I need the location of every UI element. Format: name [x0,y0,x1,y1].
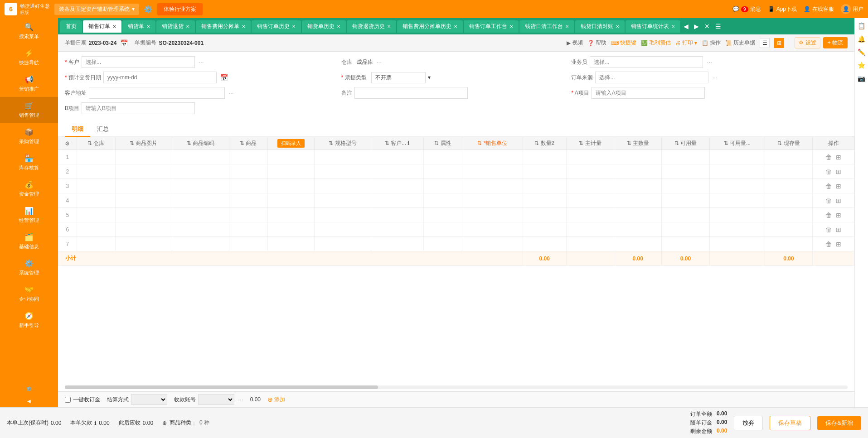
history-btn[interactable]: 📜 历史单据 [725,39,755,47]
tab-close-sales-refund[interactable]: ✕ [186,24,189,29]
row-mainunit-6[interactable] [566,222,614,237]
col-customer-code[interactable]: ⇅ 客户... ℹ [371,137,424,150]
row-mainqty-5[interactable] [614,208,662,222]
operation-btn[interactable]: 📋 操作 [702,39,721,47]
delete-row-6-btn[interactable]: 🗑 [824,226,833,233]
tab-menu-btn[interactable]: ☰ [713,22,723,31]
row-product-5[interactable] [229,208,267,222]
delete-row-3-btn[interactable]: 🗑 [824,183,833,190]
row-mainqty-2[interactable] [614,164,662,179]
profit-btn[interactable]: 💹 毛利预估 [641,39,671,47]
row-mainunit-3[interactable] [566,179,614,193]
row-code-5[interactable] [172,208,229,222]
delete-row-1-btn[interactable]: 🗑 [824,154,833,161]
tab-detail[interactable]: 明细 [65,122,90,137]
tab-sales-fee-split[interactable]: 销售费用分摊单 ✕ [196,20,251,33]
tab-cash-reconcile[interactable]: 钱货日清对账 ✕ [575,20,625,33]
tab-close-fee-history[interactable]: ✕ [454,24,457,29]
col-product[interactable]: ⇅ 商品 [229,137,267,150]
row-code-4[interactable] [172,193,229,208]
col-stock[interactable]: ⇅ 现存量 [765,137,812,150]
row-warehouse-3[interactable] [77,179,115,193]
row-custcode-4[interactable] [371,193,424,208]
shortcut-btn[interactable]: ⌨ 快捷键 [611,39,636,47]
delete-row-7-btn[interactable]: 🗑 [824,241,833,248]
col-available[interactable]: ⇅ 可用量 [662,137,709,150]
right-icon-5[interactable]: 📷 [856,73,867,84]
discard-button[interactable]: 放弃 [734,416,763,430]
tab-cash-workbench[interactable]: 钱货日清工作台 ✕ [519,20,574,33]
account-more-btn[interactable]: ··· [238,396,243,403]
row-attr-3[interactable] [424,179,462,193]
tab-close-sales-order[interactable]: ✕ [112,24,116,29]
row-code-6[interactable] [172,222,229,237]
print-btn[interactable]: 🖨 打印 ▾ [675,39,697,47]
tab-next-btn[interactable]: ▶ [692,22,701,31]
col-main-unit[interactable]: ⇅ 主计量 [566,137,614,150]
row-unit-2[interactable] [462,164,523,179]
app-download-btn[interactable]: 📱 App下载 [768,5,797,13]
row-mainunit-5[interactable] [566,208,614,222]
row-unit-4[interactable] [462,193,523,208]
row-code-2[interactable] [172,164,229,179]
save-draft-button[interactable]: 保存草稿 [770,416,810,430]
row-spec-2[interactable] [314,164,371,179]
row-qty2-4[interactable] [523,193,566,208]
delete-row-4-btn[interactable]: 🗑 [824,197,833,204]
row-product-4[interactable] [229,193,267,208]
row-code-1[interactable] [172,150,229,164]
copy-row-6-btn[interactable]: ⊞ [834,226,843,233]
row-spec-6[interactable] [314,222,371,237]
row-attr-2[interactable] [424,164,462,179]
list-view-btn[interactable]: ☰ [760,38,770,48]
online-service-btn[interactable]: 👤 在线客服 [804,5,834,13]
tab-refund-history[interactable]: 销货退货历史 ✕ [347,20,396,33]
row-warehouse-4[interactable] [77,193,115,208]
settings-button[interactable]: ⚙ 设置 [795,37,820,48]
add-item-btn[interactable]: ⊕ 添加 [267,396,285,404]
address-more-btn[interactable]: ··· [228,89,234,96]
sidebar-item-search[interactable]: 🔍 搜索菜单 [0,18,58,44]
row-product-2[interactable] [229,164,267,179]
right-icon-1[interactable]: 📋 [856,20,867,31]
row-mainunit-2[interactable] [566,164,614,179]
row-unit-1[interactable] [462,150,523,164]
row-attr-5[interactable] [424,208,462,222]
tab-close-cash-workbench[interactable]: ✕ [565,24,569,29]
row-mainunit-4[interactable] [566,193,614,208]
row-custcode-6[interactable] [371,222,424,237]
order-source-more-btn[interactable]: ··· [712,74,718,81]
col-unit[interactable]: ⇅ *销售单位 [462,137,523,150]
col-main-qty[interactable]: ⇅ 主数量 [614,137,662,150]
row-custcode-1[interactable] [371,150,424,164]
row-attr-6[interactable] [424,222,462,237]
row-spec-7[interactable] [314,237,371,251]
tab-fee-history[interactable]: 销售费用分摊单历史 ✕ [397,20,463,33]
sidebar-item-enterprise[interactable]: 🤝 企业协同 [0,281,58,307]
tab-sales-stats[interactable]: 销售订单统计表 ✕ [626,20,680,33]
copy-row-4-btn[interactable]: ⊞ [834,197,843,204]
row-qty2-2[interactable] [523,164,566,179]
delete-row-2-btn[interactable]: 🗑 [824,168,833,175]
delivery-calendar-icon[interactable]: 📅 [220,74,228,81]
sidebar-item-purchase[interactable]: 📦 采购管理 [0,123,58,149]
account-select[interactable] [198,394,234,405]
row-spec-5[interactable] [314,208,371,222]
settings-gear-icon[interactable]: ⚙️ [144,5,153,14]
col-code[interactable]: ⇅ 商品编码 [172,137,229,150]
tab-sales-return[interactable]: 销货单 ✕ [122,20,155,33]
tab-summary[interactable]: 汇总 [90,122,116,137]
col-available2[interactable]: ⇅ 可用量... [709,137,765,150]
row-mainunit-1[interactable] [566,150,614,164]
row-code-7[interactable] [172,237,229,251]
right-icon-3[interactable]: ✏️ [856,47,867,58]
copy-row-3-btn[interactable]: ⊞ [834,183,843,190]
tab-prev-btn[interactable]: ◀ [681,22,691,31]
payment-method-select[interactable] [131,394,167,405]
row-mainqty-1[interactable] [614,150,662,164]
tab-close-sales-stats[interactable]: ✕ [671,24,675,29]
calendar-icon[interactable]: 📅 [120,39,128,47]
customer-address-input[interactable] [89,87,225,99]
delivery-date-input[interactable] [103,72,217,83]
row-mainqty-6[interactable] [614,222,662,237]
